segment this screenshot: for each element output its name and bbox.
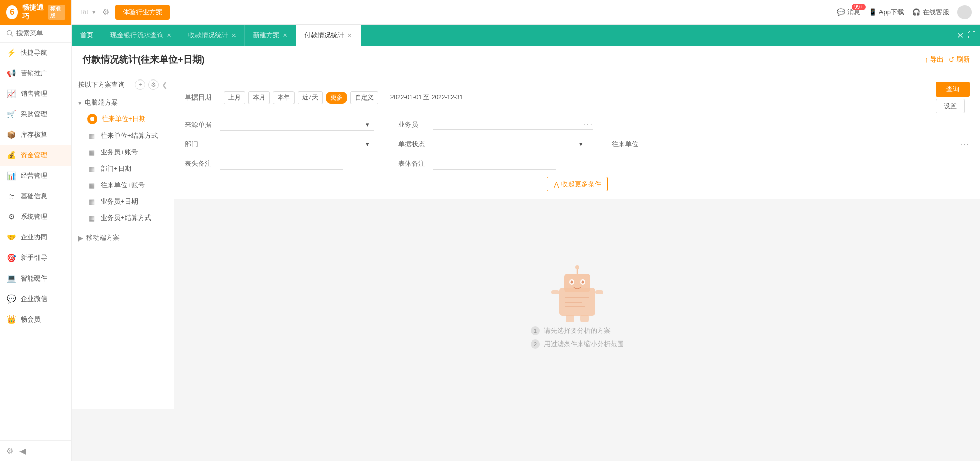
this-month-btn[interactable]: 本月 <box>248 91 270 104</box>
collapse-icon: ⋀ <box>554 181 559 188</box>
mobile-scheme-group: ▶ 移动端方案 <box>72 230 174 246</box>
sidebar-item-purchase[interactable]: 🛒采购管理 <box>0 104 71 125</box>
tab-bank-flow[interactable]: 现金银行流水查询✕ <box>102 25 180 46</box>
brand-chevron-icon[interactable]: ▾ <box>92 8 96 16</box>
tab-payment-stats[interactable]: 付款情况统计✕ <box>296 25 361 46</box>
sidebar-item-basic[interactable]: 🗂基础信息 <box>0 186 71 207</box>
capital-icon: 💰 <box>6 150 16 161</box>
scheme-icon-salesman-payment: ▦ <box>87 213 96 223</box>
sidebar: 6 畅捷通巧 标准版 搜索菜单 ⚡快捷导航📢营销推广📈销售管理🛒采购管理📦库存核… <box>0 0 72 461</box>
scheme-item-dept-date[interactable]: ▦部门+日期 <box>72 161 174 177</box>
tab-close-new-scheme[interactable]: ✕ <box>283 32 287 39</box>
split-layout: 按以下方案查询 + ⚙ ❮ ▾ 电脑端方案 往来单位+日期▦往来单位+结算方式▦… <box>72 73 980 409</box>
tab-label-home: 首页 <box>80 31 93 40</box>
filter-settings-btn[interactable]: 设置 <box>936 99 965 113</box>
sidebar-item-marketing[interactable]: 📢营销推广 <box>0 63 71 84</box>
close-all-icon[interactable]: ✕ <box>957 31 964 41</box>
scheme-settings-btn[interactable]: ⚙ <box>148 79 159 90</box>
topbar-right: 💬 消息 99+ 📱 App下载 🎧 在线客服 <box>837 5 972 19</box>
collapse-icon[interactable]: ◀ <box>19 446 26 456</box>
scheme-icon-salesman-account: ▦ <box>87 148 96 157</box>
sidebar-item-quick-nav[interactable]: ⚡快捷导航 <box>0 43 71 63</box>
partner-ellipsis-btn[interactable]: ··· <box>960 139 970 149</box>
gear-icon[interactable]: ⚙ <box>102 7 109 17</box>
scheme-item-partner-account[interactable]: ▦往来单位+账号 <box>72 177 174 193</box>
sidebar-item-capital[interactable]: 💰资金管理 <box>0 145 71 166</box>
service-icon: 🎧 <box>912 8 920 16</box>
tab-close-bank-flow[interactable]: ✕ <box>167 32 171 39</box>
logo-text: 畅捷通巧 <box>22 3 46 22</box>
desktop-group-title[interactable]: ▾ 电脑端方案 <box>72 95 174 110</box>
tab-close-payment-stats[interactable]: ✕ <box>347 32 352 39</box>
last-7-days-btn[interactable]: 近7天 <box>298 91 323 104</box>
scheme-item-partner-date[interactable]: 往来单位+日期 <box>72 110 174 128</box>
source-select[interactable]: ▾ <box>220 118 374 131</box>
table-body-note-input[interactable] <box>433 157 556 170</box>
sidebar-item-sales[interactable]: 📈销售管理 <box>0 84 71 104</box>
salesman-ellipsis-btn[interactable]: ··· <box>583 120 593 129</box>
tab-receipt-stats[interactable]: 收款情况统计✕ <box>180 25 245 46</box>
avatar[interactable] <box>957 5 972 19</box>
empty-tip-1: 1 请先选择要分析的方案 <box>531 326 624 335</box>
settings-icon[interactable]: ⚙ <box>6 446 13 456</box>
sidebar-item-member[interactable]: 👑畅会员 <box>0 309 71 330</box>
scheme-item-salesman-date[interactable]: ▦业务员+日期 <box>72 193 174 210</box>
sidebar-item-hardware[interactable]: 💻智能硬件 <box>0 268 71 289</box>
refresh-btn[interactable]: ↺ 刷新 <box>949 55 970 64</box>
business-icon: 📊 <box>6 171 16 181</box>
sidebar-item-inventory[interactable]: 📦库存核算 <box>0 125 71 145</box>
online-service[interactable]: 🎧 在线客服 <box>912 8 949 17</box>
logo-tag: 标准版 <box>48 5 65 20</box>
svg-rect-12 <box>566 315 574 322</box>
more-dates-btn[interactable]: 更多 <box>326 92 347 104</box>
quick-nav-icon: ⚡ <box>6 48 16 58</box>
mobile-group-title[interactable]: ▶ 移动端方案 <box>72 230 174 246</box>
search-icon <box>6 30 13 37</box>
scheme-icon-partner-account: ▦ <box>87 181 96 190</box>
scheme-header: 按以下方案查询 + ⚙ ❮ <box>72 79 174 95</box>
sidebar-item-business[interactable]: 📊经营管理 <box>0 166 71 186</box>
svg-point-9 <box>575 265 579 269</box>
table-header-note-input[interactable] <box>220 157 343 170</box>
svg-point-0 <box>7 31 12 35</box>
tab-new-scheme[interactable]: 新建方案✕ <box>245 25 296 46</box>
date-label: 单据日期 <box>185 93 215 102</box>
date-buttons: 上月 本月 本年 近7天 更多 自定义 <box>224 91 378 104</box>
scheme-collapse-btn[interactable]: ❮ <box>162 81 168 89</box>
doc-status-select[interactable]: ▾ <box>433 138 587 150</box>
tab-close-receipt-stats[interactable]: ✕ <box>231 32 236 39</box>
tab-label-payment-stats: 付款情况统计 <box>304 31 344 40</box>
doc-status-label: 单据状态 <box>398 139 429 149</box>
sidebar-item-weixin[interactable]: 💬企业微信 <box>0 289 71 309</box>
sidebar-logo: 6 畅捷通巧 标准版 <box>0 0 71 25</box>
sidebar-item-system[interactable]: ⚙系统管理 <box>0 207 71 227</box>
industry-btn[interactable]: 体验行业方案 <box>115 5 170 20</box>
collapse-conditions-btn[interactable]: ⋀ 收起更多条件 <box>547 177 608 191</box>
sidebar-item-guide[interactable]: 🎯新手引导 <box>0 248 71 268</box>
export-icon: ↑ <box>925 56 929 64</box>
left-panel: 按以下方案查询 + ⚙ ❮ ▾ 电脑端方案 往来单位+日期▦往来单位+结算方式▦… <box>72 73 174 409</box>
export-btn[interactable]: ↑ 导出 <box>925 55 944 64</box>
app-download[interactable]: 📱 App下载 <box>869 8 904 17</box>
add-scheme-btn[interactable]: + <box>135 79 145 90</box>
tab-label-bank-flow: 现金银行流水查询 <box>110 31 164 40</box>
scheme-item-salesman-account[interactable]: ▦业务员+账号 <box>72 144 174 161</box>
active-dot-icon <box>87 114 97 124</box>
sidebar-item-enterprise[interactable]: 🤝企业协同 <box>0 227 71 248</box>
date-range-display: 2022-01-01 至 2022-12-31 <box>390 93 463 102</box>
this-year-btn[interactable]: 本年 <box>273 91 295 104</box>
sidebar-search[interactable]: 搜索菜单 <box>0 25 71 43</box>
scheme-item-partner-payment[interactable]: ▦往来单位+结算方式 <box>72 128 174 144</box>
dept-select[interactable]: ▾ <box>220 138 374 150</box>
scheme-icon-partner-payment: ▦ <box>87 131 96 141</box>
main-content: Rit ▾ ⚙ 体验行业方案 💬 消息 99+ 📱 App下载 🎧 在线客服 <box>72 0 980 461</box>
topbar-left: Rit ▾ ⚙ 体验行业方案 <box>80 5 170 20</box>
query-btn[interactable]: 查询 <box>936 82 970 97</box>
message-badge[interactable]: 💬 消息 99+ <box>837 8 860 17</box>
svg-line-1 <box>11 35 13 37</box>
scheme-item-salesman-payment[interactable]: ▦业务员+结算方式 <box>72 210 174 226</box>
tab-home[interactable]: 首页 <box>72 25 102 46</box>
maximize-icon[interactable]: ⛶ <box>968 31 976 40</box>
custom-date-btn[interactable]: 自定义 <box>350 91 378 104</box>
last-month-btn[interactable]: 上月 <box>224 91 245 104</box>
